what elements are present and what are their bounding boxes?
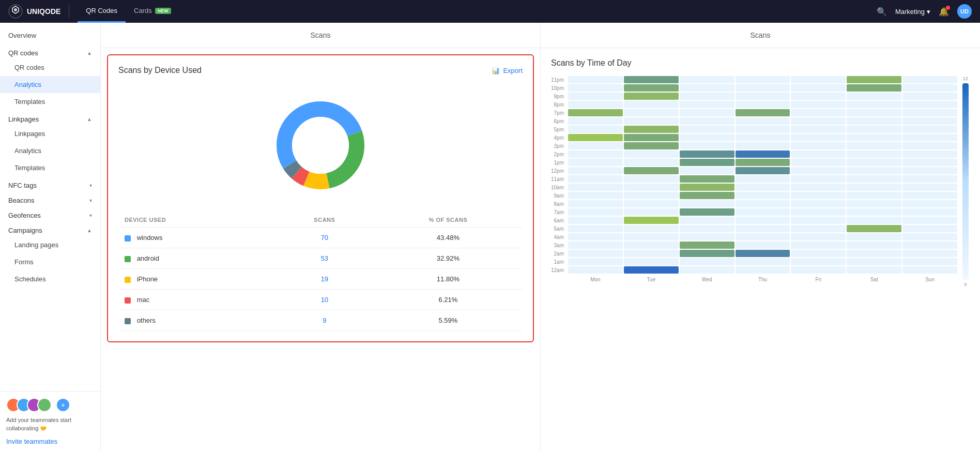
scan-count-2[interactable]: 19	[321, 275, 328, 283]
heatmap-cell	[624, 200, 679, 207]
day-label: Sun	[902, 277, 957, 282]
heatmap-cell	[624, 159, 679, 166]
heatmap-cell	[624, 184, 679, 191]
heatmap-cell	[624, 225, 679, 232]
day-label: Wed	[680, 277, 734, 282]
workspace-selector[interactable]: Marketing ▾	[895, 8, 930, 16]
heatmap-cell	[847, 117, 901, 125]
sidebar-item-schedules[interactable]: Schedules	[0, 270, 100, 288]
heatmap-cell	[624, 126, 679, 133]
heatmap-cell	[902, 233, 957, 240]
heatmap-cell	[736, 208, 790, 216]
sidebar-item-templates-lp[interactable]: Templates	[0, 159, 100, 176]
user-avatar[interactable]: UD	[957, 4, 972, 19]
scan-count-3[interactable]: 10	[321, 296, 328, 304]
heatmap-cell	[568, 208, 623, 216]
time-label: 9am	[551, 192, 564, 200]
sidebar-section-nfc[interactable]: NFC tags ▾	[0, 176, 100, 191]
heatmap-cell	[736, 126, 790, 133]
sidebar-item-qrcodes[interactable]: QR codes	[0, 59, 100, 76]
donut-svg	[269, 94, 372, 197]
invite-teammates-link[interactable]: Invite teammates	[6, 438, 57, 445]
heatmap-cell	[680, 167, 734, 174]
heatmap-cell	[847, 109, 901, 116]
table-row: iPhone 19 11.80%	[118, 269, 523, 290]
heatmap-cell	[902, 184, 957, 191]
heatmap-cell	[568, 233, 623, 240]
donut-chart	[118, 83, 523, 213]
heatmap-cell	[902, 93, 957, 100]
time-label: 10pm	[551, 84, 564, 93]
search-icon[interactable]: 🔍	[877, 7, 887, 17]
heatmap-title: Scans by Time of Day	[551, 58, 970, 68]
sidebar-item-landing-pages[interactable]: Landing pages	[0, 236, 100, 253]
main-content: Scans Scans by Device Used 📊 Export	[101, 23, 980, 452]
heatmap-cell	[568, 266, 623, 274]
sidebar-section-beacons[interactable]: Beacons ▾	[0, 191, 100, 206]
logo[interactable]: UNIQODE	[8, 4, 60, 19]
heatmap-cell	[847, 225, 901, 232]
heatmap-cell	[791, 233, 846, 240]
sidebar-item-forms[interactable]: Forms	[0, 253, 100, 270]
tab-cards[interactable]: Cards NEW	[126, 0, 179, 23]
heatmap-cell	[791, 225, 846, 232]
time-label: 2am	[551, 250, 564, 258]
heatmap-cell	[680, 208, 734, 216]
heatmap-cell	[680, 225, 734, 232]
heatmap-cell	[624, 84, 679, 92]
tab-qr-codes[interactable]: QR Codes	[78, 0, 126, 23]
sidebar-section-campaigns[interactable]: Campaigns ▲	[0, 221, 100, 236]
time-label: 8am	[551, 200, 564, 208]
heatmap-cell	[736, 258, 790, 265]
device-color-4	[125, 318, 131, 324]
export-button[interactable]: 📊 Export	[492, 67, 523, 74]
heatmap-cell	[736, 93, 790, 100]
heatmap-cell	[736, 117, 790, 125]
sidebar-section-geofences[interactable]: Geofences ▾	[0, 206, 100, 221]
day-label: Thu	[736, 277, 790, 282]
heatmap-cell	[568, 150, 623, 158]
heatmap-cell	[847, 217, 901, 224]
heatmap-cell	[568, 126, 623, 133]
sidebar-section-qrcodes[interactable]: QR codes ▲	[0, 44, 100, 59]
heatmap-cell	[902, 109, 957, 116]
scale-min: 0	[964, 282, 967, 287]
add-teammate-button[interactable]: +	[56, 398, 70, 412]
heatmap-cell	[791, 242, 846, 249]
heatmap-cell	[680, 258, 734, 265]
sidebar-section-linkpages[interactable]: Linkpages ▲	[0, 110, 100, 125]
heatmap-cell	[568, 76, 623, 83]
heatmap-cell	[736, 250, 790, 257]
heatmap-cell	[902, 126, 957, 133]
heatmap-cell	[568, 84, 623, 92]
sidebar-item-analytics-lp[interactable]: Analytics	[0, 142, 100, 159]
scan-percent-3: 6.21%	[438, 296, 457, 304]
heatmap-cell	[568, 109, 623, 116]
scans-header-right: Scans	[541, 23, 980, 48]
sidebar-item-analytics-qr[interactable]: Analytics	[0, 76, 100, 93]
heatmap-cell	[736, 217, 790, 224]
logo-text: UNIQODE	[27, 7, 60, 16]
sidebar-item-templates-qr[interactable]: Templates	[0, 93, 100, 110]
sidebar-item-overview[interactable]: Overview	[0, 27, 100, 44]
time-label: 6am	[551, 217, 564, 225]
notifications-bell[interactable]: 🔔	[939, 7, 949, 17]
scan-count-1[interactable]: 53	[321, 254, 328, 262]
topnav-right: 🔍 Marketing ▾ 🔔 UD	[877, 4, 972, 19]
day-label: Sat	[847, 277, 901, 282]
chevron-down-icon-beacons: ▾	[89, 198, 92, 203]
device-color-2	[125, 277, 131, 283]
chevron-down-icon-geofences: ▾	[89, 213, 92, 218]
heatmap-cell	[680, 134, 734, 141]
scale-max: 12	[963, 76, 968, 81]
heatmap-cell	[568, 258, 623, 265]
heatmap-cell	[680, 142, 734, 149]
device-card: Scans by Device Used 📊 Export	[107, 54, 534, 342]
sidebar-item-linkpages[interactable]: Linkpages	[0, 125, 100, 142]
heatmap-cell	[624, 134, 679, 141]
scan-count-0[interactable]: 70	[321, 234, 328, 242]
chevron-up-icon-lp: ▲	[87, 116, 92, 122]
scan-count-4[interactable]: 9	[323, 317, 326, 324]
heatmap-cell	[680, 109, 734, 116]
time-label: 12am	[551, 266, 564, 275]
